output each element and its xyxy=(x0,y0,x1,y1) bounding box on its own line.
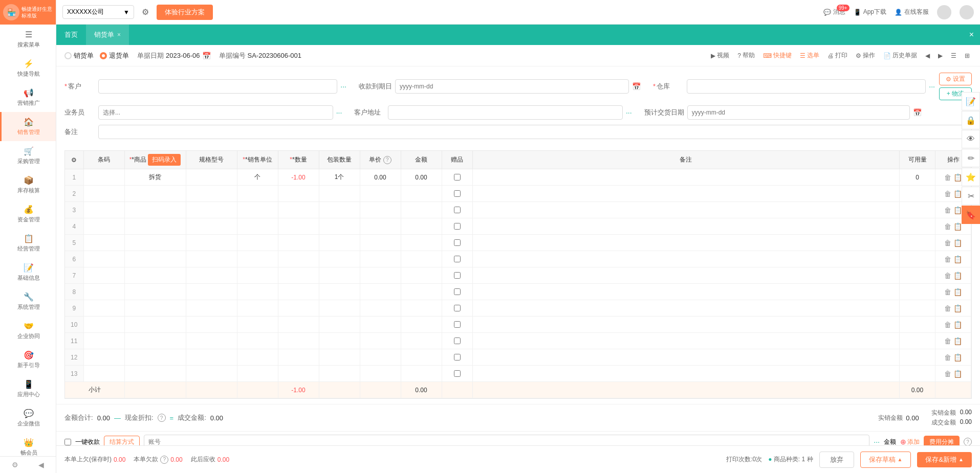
copy-row-btn[interactable]: 📋 xyxy=(953,206,962,214)
operation-btn[interactable]: ⚙ 操作 xyxy=(854,50,877,61)
row-remark[interactable] xyxy=(472,284,900,300)
row-product[interactable] xyxy=(124,300,186,317)
sale-radio-btn[interactable] xyxy=(64,52,72,59)
row-price[interactable] xyxy=(360,333,401,349)
row-price[interactable]: 0.00 xyxy=(360,169,401,186)
row-unit[interactable] xyxy=(237,349,278,366)
row-product[interactable] xyxy=(124,317,186,333)
row-product[interactable] xyxy=(124,267,186,284)
row-amount[interactable] xyxy=(401,349,442,366)
row-qty[interactable] xyxy=(278,186,319,202)
row-unit[interactable] xyxy=(237,267,278,284)
row-qty[interactable] xyxy=(278,202,319,218)
row-qty[interactable] xyxy=(278,218,319,235)
row-unit[interactable] xyxy=(237,186,278,202)
gift-checkbox[interactable] xyxy=(454,174,461,181)
row-qty[interactable] xyxy=(278,349,319,366)
row-pack-qty[interactable] xyxy=(319,333,360,349)
row-gift[interactable] xyxy=(442,366,472,382)
salesperson-ellipsis[interactable]: ··· xyxy=(336,108,342,117)
sidebar-item-search[interactable]: ☰ 搜索菜单 xyxy=(0,25,56,54)
row-remark[interactable] xyxy=(472,235,900,251)
return-type-radio[interactable]: 退货单 xyxy=(100,51,129,60)
row-product[interactable] xyxy=(124,251,186,267)
row-amount[interactable] xyxy=(401,284,442,300)
copy-row-btn[interactable]: 📋 xyxy=(953,173,962,182)
customer-input[interactable] xyxy=(98,79,337,94)
row-spec[interactable] xyxy=(186,251,237,267)
discard-button[interactable]: 放弃 xyxy=(819,452,854,468)
setup-btn[interactable]: ⚙ 设置 xyxy=(939,73,972,85)
delete-row-btn[interactable]: 🗑 xyxy=(944,321,951,329)
row-barcode[interactable] xyxy=(83,186,124,202)
row-gift[interactable] xyxy=(442,235,472,251)
float-btn-6[interactable]: ✂ xyxy=(962,187,980,205)
sidebar-item-guide[interactable]: 🎯 新手引导 xyxy=(0,345,56,374)
history-btn[interactable]: 📄 历史单据 xyxy=(881,50,919,61)
float-btn-7[interactable]: 🔖 xyxy=(962,206,980,224)
app-download-action[interactable]: 📱 App下载 xyxy=(854,8,886,16)
return-radio-btn[interactable] xyxy=(100,52,107,59)
copy-row-btn[interactable]: 📋 xyxy=(953,304,962,312)
gift-checkbox[interactable] xyxy=(454,207,461,213)
row-amount[interactable] xyxy=(401,235,442,251)
sidebar-item-inventory[interactable]: 📦 库存核算 xyxy=(0,170,56,199)
gift-checkbox[interactable] xyxy=(454,239,461,246)
row-pack-qty[interactable] xyxy=(319,186,360,202)
copy-row-btn[interactable]: 📋 xyxy=(953,288,962,296)
delete-row-btn[interactable]: 🗑 xyxy=(944,206,951,214)
row-pack-qty[interactable] xyxy=(319,317,360,333)
tab-close-btn[interactable]: × xyxy=(117,31,121,38)
row-spec[interactable] xyxy=(186,186,237,202)
row-price[interactable] xyxy=(360,186,401,202)
gift-checkbox[interactable] xyxy=(454,190,461,197)
discount-help-icon[interactable]: ? xyxy=(158,414,166,422)
header-settings-btn[interactable]: ⚙ xyxy=(138,5,153,19)
row-remark[interactable] xyxy=(472,202,900,218)
sidebar-item-basic[interactable]: 📝 基础信息 xyxy=(0,258,56,287)
gift-checkbox[interactable] xyxy=(454,256,461,262)
row-amount[interactable]: 0.00 xyxy=(401,169,442,186)
list-view-btn[interactable]: ☰ xyxy=(949,51,959,60)
row-price[interactable] xyxy=(360,300,401,317)
sidebar-settings-btn[interactable]: ⚙ xyxy=(12,461,18,469)
close-all-tabs-btn[interactable]: × xyxy=(963,30,980,39)
row-gift[interactable] xyxy=(442,218,472,235)
row-gift[interactable] xyxy=(442,349,472,366)
row-gift[interactable] xyxy=(442,267,472,284)
row-qty[interactable] xyxy=(278,235,319,251)
row-amount[interactable] xyxy=(401,267,442,284)
delete-row-btn[interactable]: 🗑 xyxy=(944,255,951,263)
row-remark[interactable] xyxy=(472,300,900,317)
row-price[interactable] xyxy=(360,366,401,382)
row-gift[interactable] xyxy=(442,169,472,186)
sidebar-item-finance[interactable]: 💰 资金管理 xyxy=(0,199,56,229)
row-price[interactable] xyxy=(360,251,401,267)
row-product[interactable] xyxy=(124,366,186,382)
row-price[interactable] xyxy=(360,202,401,218)
row-price[interactable] xyxy=(360,317,401,333)
delete-row-btn[interactable]: 🗑 xyxy=(944,272,951,280)
customer-address-input[interactable] xyxy=(388,105,623,120)
row-price[interactable] xyxy=(360,267,401,284)
row-gift[interactable] xyxy=(442,317,472,333)
row-spec[interactable] xyxy=(186,284,237,300)
copy-row-btn[interactable]: 📋 xyxy=(953,337,962,345)
save-new-button[interactable]: 保存&新增 ▲ xyxy=(917,452,972,467)
expense-btn[interactable]: 费用分摊 xyxy=(924,436,960,446)
row-product[interactable] xyxy=(124,235,186,251)
expense-help-icon[interactable]: ? xyxy=(964,438,972,445)
row-spec[interactable] xyxy=(186,349,237,366)
customer-ellipsis[interactable]: ··· xyxy=(340,82,346,91)
copy-row-btn[interactable]: 📋 xyxy=(953,272,962,280)
delete-row-btn[interactable]: 🗑 xyxy=(944,190,951,198)
delete-row-btn[interactable]: 🗑 xyxy=(944,304,951,312)
row-product[interactable] xyxy=(124,333,186,349)
print-btn[interactable]: 🖨 打印 xyxy=(825,50,850,61)
delete-row-btn[interactable]: 🗑 xyxy=(944,222,951,231)
customer-address-ellipsis[interactable]: ··· xyxy=(626,108,632,117)
doc-number-value[interactable]: SA-20230606-001 xyxy=(248,52,302,59)
home-tab[interactable]: 首页 xyxy=(56,25,86,45)
row-spec[interactable] xyxy=(186,218,237,235)
row-unit[interactable] xyxy=(237,333,278,349)
